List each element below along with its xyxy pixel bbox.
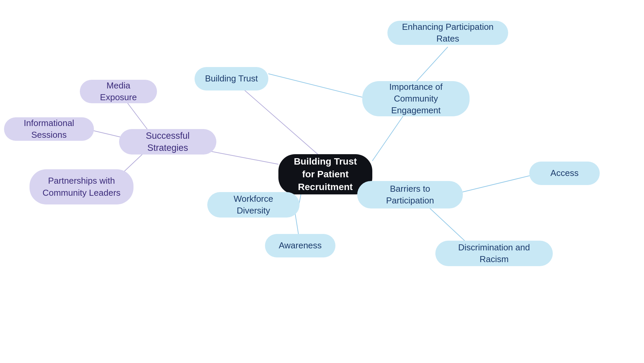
svg-line-7 [414, 47, 448, 84]
central-node: Building Trust for Patient Recruitment [278, 154, 372, 194]
workforce-diversity-node[interactable]: Workforce Diversity [207, 192, 300, 218]
media-exposure-node[interactable]: Media Exposure [80, 80, 157, 103]
discrimination-racism-node[interactable]: Discrimination and Racism [435, 241, 553, 266]
successful-strategies-node[interactable]: Successful Strategies [119, 129, 216, 155]
building-trust-node[interactable]: Building Trust [195, 67, 268, 90]
barriers-participation-node[interactable]: Barriers to Participation [357, 181, 463, 208]
importance-community-node[interactable]: Importance of Community Engagement [362, 81, 470, 116]
svg-line-9 [460, 176, 530, 193]
awareness-node[interactable]: Awareness [265, 234, 335, 257]
svg-line-0 [231, 79, 325, 161]
informational-sessions-node[interactable]: Informational Sessions [4, 117, 94, 141]
access-node[interactable]: Access [529, 162, 600, 185]
enhancing-participation-node[interactable]: Enhancing Participation Rates [387, 21, 508, 45]
svg-line-6 [268, 74, 362, 97]
svg-line-10 [429, 208, 470, 245]
partnerships-node[interactable]: Partnerships with Community Leaders [30, 169, 133, 204]
